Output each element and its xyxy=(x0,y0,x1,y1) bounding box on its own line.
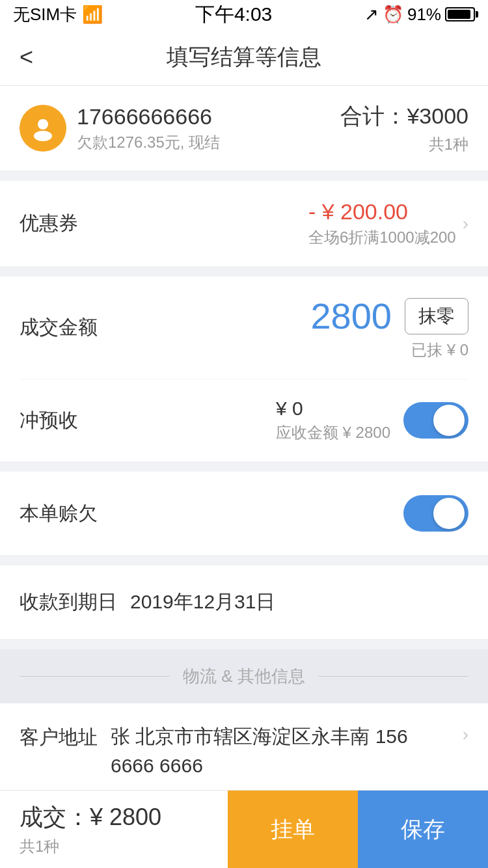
duedate-value: 2019年12月31日 xyxy=(130,589,275,616)
coupon-right: - ¥ 200.00 全场6折满1000减200 › xyxy=(308,199,468,248)
address-chevron-icon: › xyxy=(463,724,468,745)
nav-bar: < 填写结算等信息 xyxy=(0,29,488,86)
coupon-row[interactable]: 优惠券 - ¥ 200.00 全场6折满1000减200 › xyxy=(0,181,488,266)
coupon-label: 优惠券 xyxy=(20,210,78,237)
deal-sub: 已抹 ¥ 0 xyxy=(310,340,468,360)
deal-amount-row: 成交金额 2800 抹零 已抹 ¥ 0 xyxy=(20,277,468,379)
footer-deal-amount: ¥ 2800 xyxy=(90,804,161,830)
status-left: 无SIM卡 📶 xyxy=(13,3,103,26)
customer-phone: 17666666666 xyxy=(77,104,220,129)
duedate-row: 收款到期日 2019年12月31日 xyxy=(0,565,488,639)
content: 17666666666 欠款1276.35元, 现结 合计：¥3000 共1种 … xyxy=(0,86,488,868)
deal-amount-value: 2800 xyxy=(310,295,392,337)
deal-amount-label: 成交金额 xyxy=(20,314,98,341)
svg-point-1 xyxy=(34,131,52,141)
status-time: 下午4:03 xyxy=(195,1,272,28)
address-row[interactable]: 客户地址 张 北京市市辖区海淀区永丰南 156 6666 6666 › xyxy=(0,703,488,798)
coupon-chevron-icon: › xyxy=(463,213,468,234)
total-amount: 合计：¥3000 xyxy=(340,102,468,131)
nav-title: 填写结算等信息 xyxy=(167,42,321,72)
toggle-knob xyxy=(433,405,465,436)
coupon-desc: 全场6折满1000减200 xyxy=(308,227,456,248)
location-icon: ↗ xyxy=(364,5,379,25)
carrier-text: 无SIM卡 xyxy=(13,3,77,26)
battery-percent: 91% xyxy=(407,5,441,25)
debt-row: 本单赊欠 xyxy=(0,472,488,555)
footer-info: 成交：¥ 2800 共1种 xyxy=(0,791,228,868)
coupon-discount: - ¥ 200.00 xyxy=(308,199,456,224)
deal-section: 成交金额 2800 抹零 已抹 ¥ 0 冲预收 ¥ 0 应收金额 ¥ 2800 xyxy=(0,277,488,461)
status-right: ↗ ⏰ 91% xyxy=(364,5,475,25)
pending-button[interactable]: 挂单 xyxy=(228,791,358,868)
customer-card: 17666666666 欠款1276.35元, 现结 合计：¥3000 共1种 xyxy=(0,86,488,170)
prepay-row: 冲预收 ¥ 0 应收金额 ¥ 2800 xyxy=(20,379,468,461)
footer-deal-label: 成交： xyxy=(20,804,90,830)
back-button[interactable]: < xyxy=(20,44,33,71)
prepay-label: 冲预收 xyxy=(20,407,78,434)
footer-deal-text: 成交：¥ 2800 xyxy=(20,802,208,834)
save-button[interactable]: 保存 xyxy=(358,791,488,868)
deal-amount-right: 2800 抹零 xyxy=(310,295,468,337)
duedate-label: 收款到期日 xyxy=(20,589,117,616)
svg-point-0 xyxy=(38,119,48,129)
wifi-icon: 📶 xyxy=(82,5,103,25)
customer-left: 17666666666 欠款1276.35元, 现结 xyxy=(20,104,220,153)
section-divider: 物流 & 其他信息 xyxy=(0,649,488,703)
status-bar: 无SIM卡 📶 下午4:03 ↗ ⏰ 91% xyxy=(0,0,488,29)
footer-count: 共1种 xyxy=(20,836,208,857)
prepay-right: ¥ 0 应收金额 ¥ 2800 xyxy=(276,398,468,443)
battery-fill xyxy=(448,10,470,19)
total-count: 共1种 xyxy=(340,134,468,155)
battery-indicator xyxy=(445,7,475,21)
debt-toggle[interactable] xyxy=(403,495,468,532)
divider-text: 物流 & 其他信息 xyxy=(183,665,305,688)
customer-info: 17666666666 欠款1276.35元, 现结 xyxy=(77,104,220,153)
prepay-sub: 应收金额 ¥ 2800 xyxy=(276,422,390,443)
round-button[interactable]: 抹零 xyxy=(405,298,468,334)
debt-label: 本单赊欠 xyxy=(20,500,98,527)
footer: 成交：¥ 2800 共1种 挂单 保存 xyxy=(0,790,488,868)
alarm-icon: ⏰ xyxy=(383,5,403,25)
divider-line-left xyxy=(20,676,170,677)
avatar xyxy=(20,105,66,152)
debt-toggle-knob xyxy=(433,498,465,529)
prepay-amount: ¥ 0 xyxy=(276,398,390,420)
divider-line-right xyxy=(318,676,468,677)
prepay-toggle[interactable] xyxy=(403,402,468,439)
customer-sub: 欠款1276.35元, 现结 xyxy=(77,132,220,153)
address-label: 客户地址 xyxy=(20,724,98,751)
address-value: 张 北京市市辖区海淀区永丰南 156 6666 6666 xyxy=(111,722,456,780)
customer-right: 合计：¥3000 共1种 xyxy=(340,102,468,155)
